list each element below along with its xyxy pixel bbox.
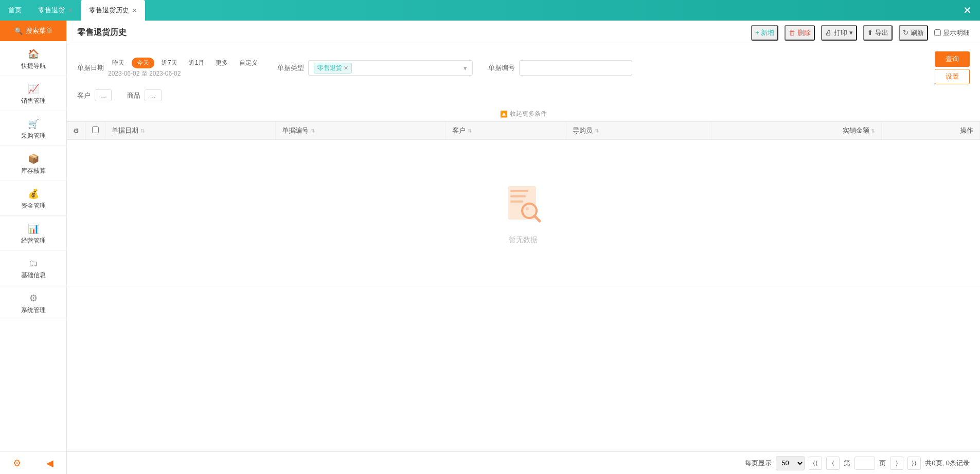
- sidebar-item-sales[interactable]: 📈 销售管理: [0, 76, 66, 111]
- print-button[interactable]: 🖨 打印 ▾: [821, 25, 857, 41]
- tab-retail-return-label: 零售退货: [38, 6, 65, 15]
- sidebar-item-purchase-label: 采购管理: [21, 132, 46, 140]
- th-amount-sort-icon[interactable]: ⇅: [871, 128, 875, 134]
- page-number-input[interactable]: 1: [854, 457, 875, 470]
- doc-type-tag-close[interactable]: ✕: [344, 65, 348, 71]
- th-customer-label: 客户: [452, 126, 466, 134]
- th-customer-sort-icon[interactable]: ⇅: [468, 128, 472, 134]
- filter-settings-button[interactable]: 设置: [935, 69, 970, 84]
- date-range-display: 2023-06-02 至 2023-06-02: [108, 69, 262, 78]
- doc-number-input[interactable]: [519, 60, 632, 76]
- doc-type-tag-label: 零售退货: [317, 64, 342, 72]
- th-checkbox: [86, 122, 105, 140]
- sidebar-search[interactable]: 🔍 搜索菜单: [0, 21, 66, 41]
- sidebar-item-operations-label: 经营管理: [21, 236, 46, 245]
- th-operation-label: 操作: [960, 126, 973, 134]
- refresh-button[interactable]: ↻ 刷新: [899, 25, 928, 41]
- th-settings: ⚙: [67, 122, 86, 140]
- sidebar-items: 🏠 快捷导航 📈 销售管理 🛒 采购管理 📦 库存核算 💰 资金管理 📊: [0, 41, 66, 451]
- sidebar-item-basic-info[interactable]: 🗂 基础信息: [0, 251, 66, 285]
- sidebar-item-system-label: 系统管理: [21, 306, 46, 315]
- svg-rect-1: [510, 190, 528, 192]
- sidebar-collapse-icon[interactable]: ◀: [46, 458, 54, 469]
- home-icon: 🏠: [28, 48, 39, 60]
- collapse-up-icon: 🔼: [500, 111, 508, 118]
- sidebar-bottom: ⚙ ◀: [0, 451, 66, 474]
- th-guide: 导购员 ⇅: [566, 122, 711, 140]
- table-body: 暂无数据: [67, 140, 980, 286]
- sidebar-item-operations[interactable]: 📊 经营管理: [0, 216, 66, 251]
- data-table: ⚙ 单据日期 ⇅ 单据编号 ⇅: [67, 122, 980, 286]
- svg-rect-2: [510, 195, 526, 197]
- date-btn-more[interactable]: 更多: [211, 58, 232, 68]
- next-page-button[interactable]: ⟩: [890, 457, 903, 470]
- th-date: 单据日期 ⇅: [105, 122, 276, 140]
- th-doc-number-label: 单据编号: [282, 126, 309, 134]
- sidebar-settings-icon[interactable]: ⚙: [13, 458, 21, 469]
- tab-retail-return-history-close[interactable]: ✕: [132, 7, 137, 14]
- refresh-icon: ↻: [903, 29, 908, 37]
- sidebar-item-system[interactable]: ⚙ 系统管理: [0, 285, 66, 320]
- tab-home[interactable]: 首页: [0, 0, 30, 21]
- date-btn-yesterday[interactable]: 昨天: [108, 58, 129, 68]
- sidebar-item-finance-label: 资金管理: [21, 202, 46, 210]
- tab-home-label: 首页: [8, 6, 22, 15]
- last-page-button[interactable]: ⟩⟩: [907, 457, 921, 470]
- export-icon: ⬆: [867, 29, 873, 37]
- sidebar-item-home[interactable]: 🏠 快捷导航: [0, 41, 66, 76]
- th-operation: 操作: [882, 122, 980, 140]
- customer-filter-item: 客户 ...: [77, 89, 112, 101]
- collapse-row: 🔼 收起更多条件: [77, 106, 970, 121]
- th-date-sort-icon[interactable]: ⇅: [140, 128, 145, 134]
- first-page-button[interactable]: ⟨⟨: [809, 457, 822, 470]
- export-button[interactable]: ⬆ 导出: [863, 25, 893, 41]
- top-bar: 首页 零售退货 ✕ 零售退货历史 ✕ ✕: [0, 0, 980, 21]
- query-button[interactable]: 查询: [935, 51, 970, 67]
- inventory-icon: 📦: [28, 153, 39, 165]
- th-doc-number-sort-icon[interactable]: ⇅: [311, 128, 315, 134]
- filter-row-1: 单据日期 昨天 今天 近7天 近1月 更多 自定义 2023-06-02 至 2…: [77, 51, 970, 84]
- new-button[interactable]: + 新增: [751, 25, 778, 41]
- th-guide-sort-icon[interactable]: ⇅: [595, 128, 599, 134]
- prev-page-button[interactable]: ⟨: [826, 457, 840, 470]
- per-page-select[interactable]: 50 100 200: [776, 456, 805, 470]
- th-amount: 实销金额 ⇅: [711, 122, 882, 140]
- purchase-icon: 🛒: [28, 118, 39, 130]
- search-icon: 🔍: [14, 27, 23, 35]
- doc-type-label: 单据类型: [277, 63, 304, 72]
- pagination: 每页显示 50 100 200 ⟨⟨ ⟨ 第 1 页 ⟩ ⟩⟩ 共0页, 0条记…: [67, 451, 980, 474]
- delete-button[interactable]: 🗑 删除: [785, 25, 815, 41]
- tab-retail-return-history[interactable]: 零售退货历史 ✕: [81, 0, 145, 21]
- tab-list: 首页 零售退货 ✕ 零售退货历史 ✕: [0, 0, 963, 21]
- window-close-button[interactable]: ✕: [963, 4, 980, 16]
- sidebar-item-purchase[interactable]: 🛒 采购管理: [0, 111, 66, 146]
- print-icon: 🖨: [825, 29, 832, 37]
- sidebar-item-inventory[interactable]: 📦 库存核算: [0, 146, 66, 181]
- show-detail-label: 显示明细: [943, 28, 970, 38]
- doc-type-select[interactable]: 零售退货 ✕ ▾: [308, 60, 473, 76]
- date-btn-7days[interactable]: 近7天: [157, 58, 182, 68]
- tab-retail-return-close[interactable]: ✕: [68, 7, 73, 14]
- table-settings-icon[interactable]: ⚙: [73, 127, 79, 135]
- print-chevron: ▾: [849, 29, 853, 37]
- show-detail-checkbox[interactable]: [934, 29, 941, 36]
- doc-number-label: 单据编号: [488, 63, 515, 72]
- date-btn-today[interactable]: 今天: [132, 58, 154, 68]
- collapse-button[interactable]: 🔼 收起更多条件: [500, 110, 547, 118]
- sidebar-search-label: 搜索菜单: [26, 26, 52, 35]
- date-btn-1month[interactable]: 近1月: [185, 58, 209, 68]
- customer-label: 客户: [77, 91, 91, 100]
- query-settings-wrap: 查询 设置: [935, 51, 970, 84]
- customer-select-btn[interactable]: ...: [95, 89, 112, 101]
- th-guide-label: 导购员: [573, 126, 593, 134]
- select-all-checkbox[interactable]: [92, 126, 99, 133]
- sidebar-item-finance[interactable]: 💰 资金管理: [0, 181, 66, 216]
- goods-select-btn[interactable]: ...: [145, 89, 162, 101]
- show-detail-checkbox-wrap[interactable]: 显示明细: [934, 28, 970, 38]
- tab-retail-return[interactable]: 零售退货 ✕: [30, 0, 81, 21]
- goods-label: 商品: [127, 91, 140, 100]
- main-layout: 🔍 搜索菜单 🏠 快捷导航 📈 销售管理 🛒 采购管理 📦 库存核算 💰: [0, 21, 980, 474]
- date-btn-custom[interactable]: 自定义: [235, 58, 262, 68]
- empty-row: 暂无数据: [67, 140, 980, 286]
- total-info: 共0页, 0条记录: [925, 459, 970, 468]
